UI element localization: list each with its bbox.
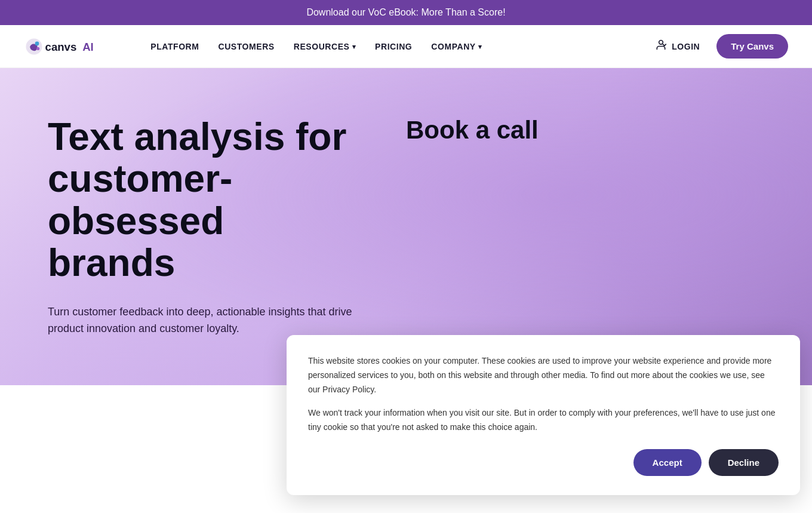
nav-item-pricing[interactable]: PRICING [368,37,419,56]
svg-point-5 [659,41,663,45]
navbar: canvs AI PLATFORM CUSTOMERS RESOURCES ▾ … [0,25,812,68]
svg-text:canvs: canvs [45,40,77,53]
hero-right: Book a call [406,116,645,159]
logo-link[interactable]: canvs AI [24,33,115,60]
hero-subtext: Turn customer feedback into deep, action… [48,303,358,338]
try-canvs-button[interactable]: Try Canvs [716,34,788,59]
user-icon [655,39,667,54]
banner-text: Download our VoC eBook: More Than a Scor… [306,7,505,17]
nav-item-platform[interactable]: PLATFORM [143,37,206,56]
nav-item-customers[interactable]: CUSTOMERS [211,37,282,56]
login-button[interactable]: LOGIN [648,34,707,59]
company-chevron-icon: ▾ [478,43,482,51]
top-banner[interactable]: Download our VoC eBook: More Than a Scor… [0,0,812,25]
svg-point-2 [36,47,39,50]
canvs-logo: canvs AI [24,33,115,60]
book-call-title: Book a call [406,116,645,145]
hero-headline: Text analysis for customer-obsessed bran… [48,116,406,284]
cookie-decline-button[interactable]: Decline [709,449,779,476]
cookie-actions: Accept Decline [308,449,779,476]
nav-right: LOGIN Try Canvs [648,34,788,59]
login-label: LOGIN [672,42,700,51]
svg-point-1 [35,41,39,45]
nav-item-resources[interactable]: RESOURCES ▾ [287,37,363,56]
cookie-banner: This website stores cookies on your comp… [287,335,800,495]
nav-item-company[interactable]: COMPANY ▾ [424,37,489,56]
cookie-text-2: We won't track your information when you… [308,406,779,435]
cookie-accept-button[interactable]: Accept [633,449,702,476]
svg-text:AI: AI [82,40,94,53]
nav-links: PLATFORM CUSTOMERS RESOURCES ▾ PRICING C… [143,37,648,56]
cookie-text-1: This website stores cookies on your comp… [308,354,779,397]
hero-left: Text analysis for customer-obsessed bran… [48,116,406,337]
resources-chevron-icon: ▾ [352,43,356,51]
